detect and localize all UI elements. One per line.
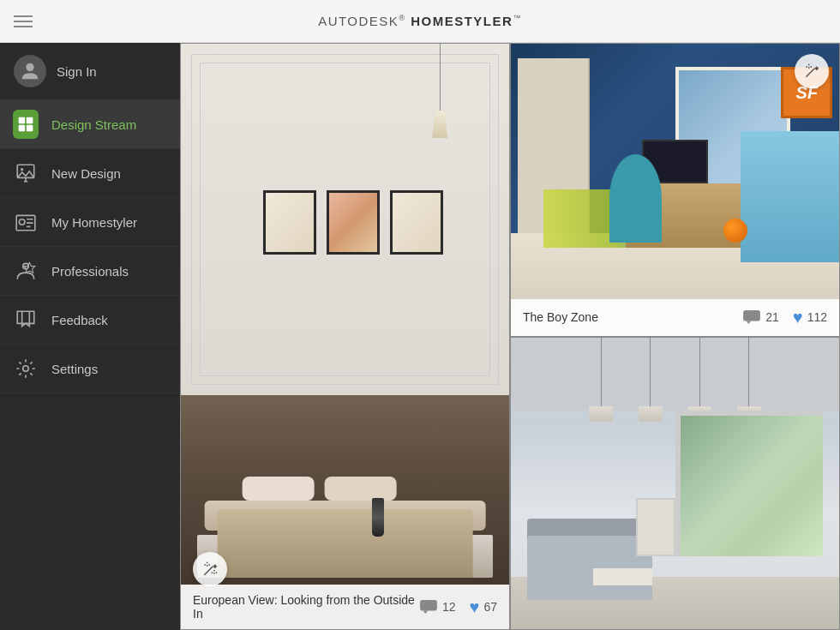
sidebar-item-design-stream[interactable]: Design Stream [0, 100, 180, 149]
bed [217, 466, 473, 578]
boyzone-bed [741, 131, 839, 262]
avatar [14, 55, 46, 87]
svg-point-10 [19, 219, 25, 225]
bedroom-image [181, 44, 509, 629]
bed-pillow-2 [325, 477, 397, 501]
like-stat-main: ♥ 67 [470, 597, 497, 617]
hamburger-menu-icon[interactable] [14, 15, 33, 27]
design-card-main-overlay: European View: Looking from the Outside … [181, 585, 509, 629]
sidebar-item-label-feedback: Feedback [51, 313, 108, 327]
professionals-icon [14, 259, 38, 283]
pendant-1 [589, 338, 613, 483]
comment-icon-boyzone [742, 309, 761, 325]
sidebar-item-professionals[interactable]: Professionals [0, 247, 180, 296]
sidebar-item-settings[interactable]: Settings [0, 345, 180, 393]
modern-window [675, 411, 823, 556]
design-boyzone-title: The Boy Zone [523, 310, 598, 324]
svg-point-12 [23, 366, 29, 372]
svg-marker-23 [423, 611, 428, 615]
pendant-2 [639, 338, 663, 483]
sidebar-item-new-design[interactable]: New Design [0, 149, 180, 198]
comment-stat-boyzone: 21 [742, 309, 779, 325]
sidebar-item-label-new-design: New Design [51, 166, 121, 181]
wall-frame-1 [263, 190, 316, 255]
svg-marker-30 [747, 321, 751, 325]
svg-rect-2 [27, 117, 33, 124]
app-header: AUTODESK® HOMESTYLER™ [0, 0, 840, 43]
design-main-stats: 12 ♥ 67 [419, 597, 497, 617]
magic-wand-button-main[interactable] [193, 552, 227, 586]
bed-pillow-1 [243, 477, 315, 501]
svg-line-24 [806, 69, 814, 77]
svg-point-0 [26, 63, 33, 71]
design-stream-icon-bg [13, 110, 39, 139]
design-grid: European View: Looking from the Outside … [180, 43, 840, 630]
my-homestyler-icon [14, 210, 38, 234]
sidebar-item-my-homestyler[interactable]: My Homestyler [0, 198, 180, 247]
feedback-icon [14, 308, 38, 332]
app-title: AUTODESK® HOMESTYLER™ [318, 14, 522, 28]
svg-point-6 [21, 168, 23, 171]
sidebar: Sign In Design Stream [0, 43, 180, 630]
sidebar-item-label-professionals: Professionals [51, 264, 129, 279]
frames-row [263, 190, 444, 255]
comment-stat-main: 12 [419, 599, 456, 615]
svg-line-13 [204, 567, 213, 575]
sidebar-item-label-my-homestyler: My Homestyler [51, 215, 137, 230]
sidebar-item-label-design-stream: Design Stream [51, 117, 136, 132]
settings-icon [14, 357, 38, 381]
sign-in-label: Sign In [57, 64, 97, 79]
heart-icon-boyzone: ♥ [793, 308, 803, 327]
magic-wand-button-boyzone[interactable] [795, 54, 829, 88]
svg-rect-3 [19, 125, 26, 132]
wall-frame-2 [327, 190, 380, 255]
sidebar-user-row[interactable]: Sign In [0, 43, 180, 100]
modern-image [511, 338, 839, 630]
design-stream-icon [14, 112, 38, 136]
svg-rect-22 [420, 600, 437, 611]
wall-frame-3 [390, 190, 443, 255]
main-layout: Sign In Design Stream [0, 43, 840, 630]
design-main-title: European View: Looking from the Outside … [193, 593, 419, 621]
design-card-boyzone[interactable]: SF The Boy Zone [510, 43, 840, 337]
heart-icon-main: ♥ [470, 597, 480, 617]
boyzone-image: SF [511, 44, 839, 336]
coffee-table [593, 568, 652, 585]
wall-picture [636, 498, 675, 556]
svg-rect-29 [743, 310, 760, 321]
design-card-modern[interactable] [510, 337, 840, 631]
svg-rect-4 [27, 125, 33, 132]
boyzone-basketball [723, 219, 747, 243]
comment-icon-main [419, 599, 438, 615]
sidebar-item-feedback[interactable]: Feedback [0, 296, 180, 345]
design-card-main[interactable]: European View: Looking from the Outside … [180, 43, 510, 630]
vase [372, 498, 384, 537]
design-card-boyzone-overlay: The Boy Zone 21 ♥ 112 [511, 299, 839, 336]
boyzone-chair [609, 154, 662, 242]
like-stat-boyzone: ♥ 112 [793, 308, 827, 327]
svg-rect-1 [19, 117, 26, 124]
pendant-lamp [429, 44, 450, 147]
bed-base [217, 509, 473, 578]
sidebar-item-label-settings: Settings [51, 362, 98, 376]
design-boyzone-stats: 21 ♥ 112 [742, 308, 827, 327]
new-design-icon [14, 161, 38, 185]
